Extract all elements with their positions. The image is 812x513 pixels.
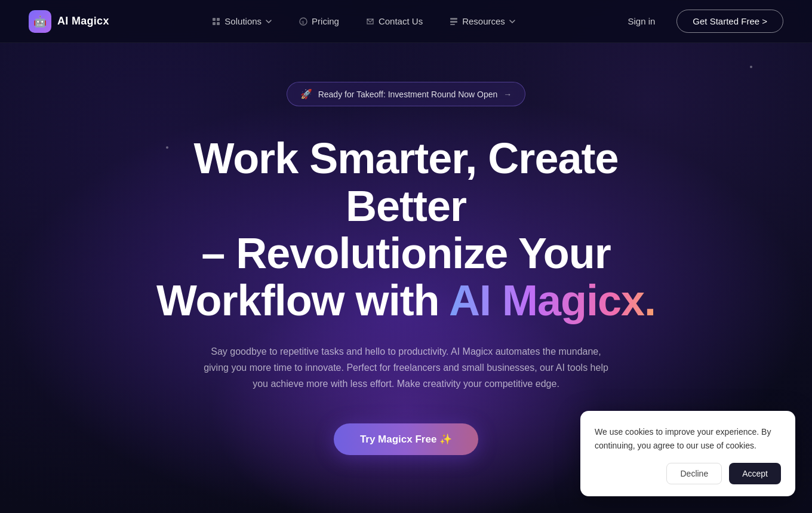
svg-rect-2 xyxy=(213,22,216,25)
headline-line3: Workflow with AI Magicx. xyxy=(156,277,656,324)
resources-icon xyxy=(449,17,459,26)
svg-text:$: $ xyxy=(302,20,304,25)
logo-text: AI Magicx xyxy=(57,15,109,27)
svg-rect-6 xyxy=(450,18,457,20)
nav-item-pricing[interactable]: $ Pricing xyxy=(288,11,350,31)
sign-in-link[interactable]: Sign in xyxy=(618,11,665,31)
svg-rect-7 xyxy=(450,21,457,23)
contact-icon xyxy=(365,17,375,26)
announcement-text: Ready for Takeoff: Investment Round Now … xyxy=(318,90,498,99)
cookie-message: We use cookies to improve your experienc… xyxy=(595,425,781,452)
nav-center: Solutions $ Pricing Contact Us Resources xyxy=(201,11,526,31)
hero-subtext: Say goodbye to repetitive tasks and hell… xyxy=(203,343,609,392)
nav-resources-label: Resources xyxy=(462,16,505,26)
solutions-icon xyxy=(211,17,221,26)
headline-line1: Work Smarter, Create Better xyxy=(193,134,618,229)
try-free-button[interactable]: Try Magicx Free ✨ xyxy=(334,423,478,455)
cookie-decline-button[interactable]: Decline xyxy=(666,463,722,484)
nav-right: Sign in Get Started Free > xyxy=(618,10,783,33)
nav-pricing-label: Pricing xyxy=(312,16,339,26)
svg-rect-8 xyxy=(450,24,455,25)
nav-contact-label: Contact Us xyxy=(379,16,423,26)
logo-icon: 🤖 xyxy=(29,10,51,33)
hero-headline: Work Smarter, Create Better – Revolution… xyxy=(137,135,675,324)
cookie-banner: We use cookies to improve your experienc… xyxy=(580,411,795,496)
navbar: 🤖 AI Magicx Solutions $ Pricing xyxy=(0,0,812,43)
nav-item-solutions[interactable]: Solutions xyxy=(201,11,283,31)
announcement-arrow: → xyxy=(503,90,512,99)
nav-item-resources[interactable]: Resources xyxy=(438,11,527,31)
svg-rect-0 xyxy=(213,18,216,21)
nav-solutions-label: Solutions xyxy=(224,16,262,26)
chevron-down-icon-resources xyxy=(509,18,516,25)
nav-logo[interactable]: 🤖 AI Magicx xyxy=(29,10,109,33)
announcement-banner[interactable]: 🚀 Ready for Takeoff: Investment Round No… xyxy=(287,82,526,106)
rocket-icon: 🚀 xyxy=(300,88,312,100)
nav-item-contact[interactable]: Contact Us xyxy=(355,11,433,31)
svg-rect-1 xyxy=(217,18,220,21)
chevron-down-icon xyxy=(265,18,272,25)
cookie-buttons: Decline Accept xyxy=(595,463,781,484)
pricing-icon: $ xyxy=(299,17,308,26)
headline-line2: – Revolutionize Your xyxy=(201,229,610,277)
decorative-dot xyxy=(750,66,752,68)
cookie-accept-button[interactable]: Accept xyxy=(729,463,781,484)
svg-rect-3 xyxy=(217,22,220,25)
get-started-button[interactable]: Get Started Free > xyxy=(676,10,783,33)
headline-gradient: AI Magicx. xyxy=(449,277,656,324)
